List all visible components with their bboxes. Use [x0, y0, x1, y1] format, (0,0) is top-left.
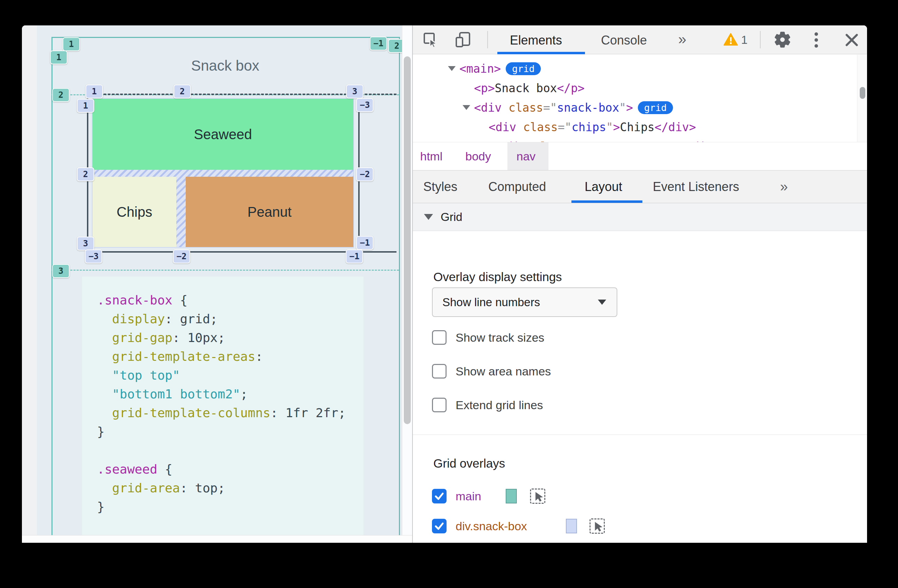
tab-console[interactable]: Console [601, 33, 647, 48]
inspect-element-icon[interactable] [423, 32, 439, 48]
tab-elements[interactable]: Elements [510, 33, 562, 48]
snack-line-badge: 3 [77, 237, 94, 251]
main-line-badge: 1 [50, 51, 68, 65]
chevron-down-icon [424, 214, 433, 220]
devtools-panel: Elements Console » 1 [412, 25, 867, 543]
snack-line-badge: −3 [356, 98, 374, 112]
page-title: Snack box [51, 57, 399, 74]
warning-count[interactable]: 1 [741, 34, 747, 47]
grid-section-label: Grid [441, 211, 462, 224]
snack-line-badge: −2 [173, 249, 190, 263]
expand-arrow-icon[interactable] [463, 105, 474, 110]
main-line-badge: 3 [52, 264, 69, 278]
main-grid-row3-line [51, 269, 399, 271]
page-margin [22, 25, 37, 543]
snack-line-badge: 1 [86, 85, 103, 99]
show-element-icon[interactable] [589, 519, 605, 534]
kebab-menu-icon[interactable] [815, 32, 819, 48]
dom-tree-row[interactable]: <div class="snack-box">grid [413, 98, 855, 117]
device-toolbar-icon[interactable] [454, 31, 472, 49]
more-panels-chevron[interactable]: » [780, 171, 788, 203]
main-line-badge: −1 [370, 37, 387, 51]
close-icon[interactable] [844, 32, 860, 48]
code-line: display: grid; [97, 309, 363, 328]
snack-line-badge: −2 [356, 167, 374, 181]
cell-chips: Chips [92, 177, 176, 247]
checkbox[interactable] [432, 398, 447, 412]
active-tab-underline [497, 52, 585, 54]
grid-overlays-title: Grid overlays [434, 457, 505, 470]
dom-tree: <main>grid<p>Snack box</p><div class="sn… [413, 59, 855, 142]
page-scrollbar-thumb[interactable] [404, 56, 411, 424]
code-line: grid-template-areas: [97, 347, 363, 366]
checkbox[interactable] [432, 364, 447, 379]
dom-scrollbar-thumb[interactable] [860, 87, 865, 99]
tab-layout[interactable]: Layout [584, 171, 622, 203]
overlay-label-main: main [456, 489, 481, 503]
page-horizontal-scrollbar[interactable] [22, 535, 412, 543]
main-grid-right-line [399, 37, 400, 537]
snack-line-badge: 2 [77, 167, 94, 181]
dom-tree-row[interactable]: <p>Snack box</p> [413, 78, 855, 98]
cell-chips-label: Chips [117, 204, 152, 220]
dom-tree-row[interactable]: <div class="chips">Chips</div> [413, 117, 855, 137]
grid-badge[interactable]: grid [638, 101, 673, 114]
cell-seaweed: Seaweed [92, 99, 354, 170]
grid-section-header[interactable]: Grid [413, 203, 867, 231]
checkbox-show-track-sizes[interactable]: Show track sizes [432, 330, 544, 345]
dom-tree-area: <main>grid<p>Snack box</p><div class="sn… [413, 55, 867, 142]
main-grid-top-line [51, 37, 399, 38]
checkbox[interactable] [432, 519, 447, 533]
checkbox[interactable] [432, 489, 447, 503]
breadcrumb-item-html[interactable]: html [420, 142, 442, 170]
checkbox-label: Show area names [456, 365, 551, 378]
code-line [97, 441, 363, 460]
overlay-row-snack-box[interactable]: div.snack-box [432, 519, 527, 533]
warning-icon[interactable] [723, 33, 738, 47]
active-tab-underline [571, 200, 643, 203]
grid-badge[interactable]: grid [506, 62, 541, 75]
tab-event-listeners[interactable]: Event Listeners [653, 171, 739, 203]
gear-icon[interactable] [773, 31, 792, 49]
page-vertical-scrollbar[interactable] [402, 25, 412, 535]
more-tabs-chevron[interactable]: » [678, 31, 686, 48]
code-line: grid-template-columns: 1fr 2fr; [97, 403, 363, 422]
browser-window: Snack box Seaweed Chips Peanut 1 1 2 3 −… [22, 25, 867, 543]
cell-seaweed-label: Seaweed [194, 127, 252, 142]
snack-line-badge: −1 [346, 249, 363, 263]
code-line: grid-gap: 10px; [97, 328, 363, 347]
expand-arrow-icon[interactable] [448, 66, 460, 71]
snack-line-badge: 1 [77, 99, 94, 113]
breadcrumb: html body nav [413, 142, 867, 171]
css-code-lines: .snack-box { display: grid; grid-gap: 10… [97, 291, 363, 516]
breadcrumb-item-body[interactable]: body [465, 142, 491, 170]
cell-peanut-label: Peanut [248, 204, 292, 220]
sidebar-tab-bar: Styles Computed Layout Event Listeners » [413, 171, 867, 203]
overlay-color-swatch-snack-box [566, 519, 577, 533]
overlay-color-swatch-main [506, 489, 517, 503]
dom-tree-row[interactable]: <main>grid [413, 59, 855, 78]
tab-computed[interactable]: Computed [488, 171, 546, 203]
dropdown-value: Show line numbers [442, 296, 540, 309]
line-numbers-dropdown[interactable]: Show line numbers [432, 287, 617, 317]
chevron-down-icon [598, 300, 606, 305]
breadcrumb-item-nav[interactable]: nav [517, 142, 536, 170]
overlay-row-main[interactable]: main [432, 489, 481, 503]
main-line-badge: 2 [52, 88, 69, 102]
code-line: "top top" [97, 366, 363, 385]
checkbox[interactable] [432, 330, 447, 345]
dom-scrollbar[interactable] [857, 55, 867, 142]
tab-styles[interactable]: Styles [423, 171, 457, 203]
checkbox-extend-grid-lines[interactable]: Extend grid lines [432, 398, 543, 412]
snack-line-badge: −1 [356, 236, 374, 250]
code-line: "bottom1 bottom2"; [97, 385, 363, 403]
snack-line-badge: −3 [85, 249, 102, 263]
show-element-icon[interactable] [530, 488, 545, 504]
main-line-badge: 1 [63, 37, 80, 51]
dom-tree-row[interactable]: <div class="peanut">Peanut</div> [413, 137, 855, 142]
checkbox-label: Show track sizes [456, 331, 544, 345]
main-grid-left-line [51, 37, 52, 537]
checkbox-show-area-names[interactable]: Show area names [432, 364, 551, 379]
overlay-label-snack-box: div.snack-box [456, 519, 527, 533]
code-line: } [97, 422, 363, 441]
